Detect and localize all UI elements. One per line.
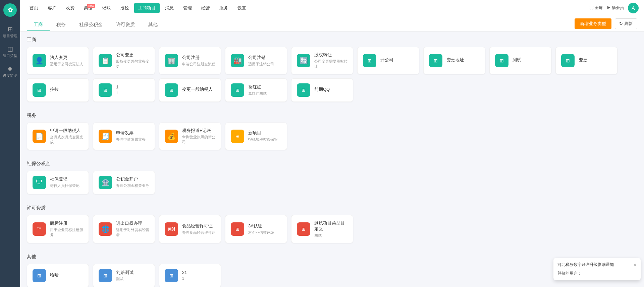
card-ge-hong[interactable]: ⊞ 葛红红 葛红红测试 xyxy=(225,78,287,102)
card-desc: 办理申请发票业务 xyxy=(116,137,146,142)
card-change[interactable]: ⊞ 变更 xyxy=(555,47,618,74)
import-export-icon: 🌐 xyxy=(99,222,112,236)
nav-management[interactable]: 管理 xyxy=(179,3,196,13)
card-title: 3A认证 xyxy=(248,223,274,229)
card-change-taxpayer[interactable]: ⊞ 变更一般纳税人 xyxy=(159,78,221,102)
num21-icon: ⊞ xyxy=(165,269,178,282)
card-trademark-reg[interactable]: ™ 商标注册 用于企业商标注册服务 xyxy=(27,215,89,243)
nav-settings[interactable]: 设置 xyxy=(233,3,250,13)
card-desc: 1 xyxy=(182,276,187,281)
tab-tax[interactable]: 税务 xyxy=(50,18,72,31)
card-early-qq[interactable]: ⊞ 前期QQ xyxy=(291,78,353,102)
other-section-title: 其他 xyxy=(27,254,637,260)
card-title: 变更 xyxy=(579,57,587,63)
card-desc: 报税加税控盘保管 xyxy=(248,137,278,142)
open-company-icon: ⊞ xyxy=(363,54,376,67)
card-haha[interactable]: ⊞ 哈哈 xyxy=(27,264,89,287)
other-cards-grid: ⊞ 哈哈 ⊞ 刘赔测试 测试 ⊞ xyxy=(27,264,637,287)
test-icon: ⊞ xyxy=(495,54,508,67)
industrial-cards-grid: 👤 法人变更 适用于公司变更法人 📋 公司变更 股权变更外的业务变更 xyxy=(27,47,637,102)
notification-body: 尊敬的用户： xyxy=(557,270,637,276)
company-register-icon: 🏢 xyxy=(165,54,178,67)
industrial-section-title: 工商 xyxy=(27,37,637,43)
nav-home[interactable]: 首页 xyxy=(25,3,42,13)
card-fund-account[interactable]: 🏦 公积金开户 办理公积金相关业务 xyxy=(93,171,155,194)
nav-accounting[interactable]: 记账 xyxy=(98,3,115,13)
progress-monitor-icon: ◈ xyxy=(8,65,12,72)
card-title: 测试 xyxy=(513,57,521,63)
card-test[interactable]: ⊞ 测试 xyxy=(489,47,551,74)
card-company-cancel[interactable]: 🏭 公司注销 适用于注销公司 xyxy=(225,47,287,74)
card-num21[interactable]: ⊞ 21 1 xyxy=(159,264,221,287)
card-title: 前期QQ xyxy=(314,86,330,92)
vip-button[interactable]: ▶ 畅会员 xyxy=(607,5,624,11)
card-food-license[interactable]: 🍽 食品经营许可证 办理食品经营许可证 xyxy=(159,215,221,243)
add-business-type-button[interactable]: 新增业务类型 xyxy=(575,18,611,29)
card-title: 进出口权办理 xyxy=(116,220,149,226)
sidebar-item-label: 项目管理 xyxy=(3,33,17,39)
nav-clients[interactable]: 客户 xyxy=(44,3,60,13)
new-badge: new xyxy=(87,4,95,8)
card-apply-invoice[interactable]: 🧾 申请发票 办理申请发票业务 xyxy=(93,123,155,150)
tab-other[interactable]: 其他 xyxy=(142,18,164,31)
avatar[interactable]: A xyxy=(628,3,639,13)
card-test-type[interactable]: ⊞ 测试项目类型目定义 测试 xyxy=(291,215,353,243)
fullscreen-button[interactable]: ⛶ 全屏 xyxy=(589,5,602,11)
new-project-icon: ⊞ xyxy=(231,130,244,143)
card-equity-transfer[interactable]: 🔄 股权转让 公司变更需要股权转让 xyxy=(291,47,353,74)
nav-operations[interactable]: 经营 xyxy=(197,3,214,13)
card-import-export[interactable]: 🌐 进出口权办理 适用于对外贸易经营者 xyxy=(93,215,155,243)
tab-social[interactable]: 社保公积金 xyxy=(72,18,109,31)
card-apply-taxpayer[interactable]: 📄 申请一般纳税人 当月或次月成变更完成 xyxy=(27,123,89,150)
company-cancel-icon: 🏭 xyxy=(231,54,244,67)
card-open-company[interactable]: ⊞ 开公司 xyxy=(357,47,419,74)
tax-section-title: 税务 xyxy=(27,113,637,119)
social-register-icon: 🛡 xyxy=(33,176,46,189)
sidebar-item-project-type[interactable]: ◫ 项目类型 xyxy=(0,42,20,62)
card-desc: 测试 xyxy=(116,277,133,282)
card-title: 测试项目类型目定义 xyxy=(314,220,347,232)
license-section: 许可资质 ™ 商标注册 用于企业商标注册服务 🌐 进出口权办理 适用于对 xyxy=(20,200,644,248)
card-lala[interactable]: ⊞ 拉拉 xyxy=(27,78,89,102)
apply-invoice-icon: 🧾 xyxy=(99,130,112,143)
card-title: 拉拉 xyxy=(50,86,59,92)
main-area: 首页 客户 收费 票据 new 记账 报税 工商项目 消息 管理 经营 服务 设… xyxy=(20,0,644,287)
sidebar-item-label: 项目类型 xyxy=(3,53,17,58)
tab-actions: 新增业务类型 ↻ 刷新 xyxy=(575,18,637,29)
card-title: 变更地址 xyxy=(446,57,464,63)
refresh-button[interactable]: ↻ 刷新 xyxy=(615,18,637,29)
nav-tickets[interactable]: 票据 new xyxy=(80,3,97,13)
card-title: 法人变更 xyxy=(50,55,83,61)
tab-license[interactable]: 许可资质 xyxy=(109,18,142,31)
nav-billing[interactable]: 收费 xyxy=(62,3,78,13)
card-legal-change[interactable]: 👤 法人变更 适用于公司变更法人 xyxy=(27,47,89,74)
sidebar-item-project-mgmt[interactable]: ⊞ 项目管理 xyxy=(0,22,20,42)
card-liu-pei[interactable]: ⊞ 刘赔测试 测试 xyxy=(93,264,155,287)
nav-messages[interactable]: 消息 xyxy=(161,3,178,13)
card-social-register[interactable]: 🛡 社保登记 进行人员社保登记 xyxy=(27,171,89,194)
card-num1[interactable]: ⊞ 1 1 xyxy=(93,78,155,102)
card-company-change[interactable]: 📋 公司变更 股权变更外的业务变更 xyxy=(93,47,155,74)
card-change-address[interactable]: ⊞ 变更地址 xyxy=(423,47,485,74)
nav-services[interactable]: 服务 xyxy=(215,3,232,13)
card-title: 公积金开户 xyxy=(116,176,149,182)
card-desc: 用于企业商标注册服务 xyxy=(50,227,83,238)
sidebar-item-progress-monitor[interactable]: ◈ 进度监测 xyxy=(0,62,20,81)
notification-close-button[interactable]: ✕ xyxy=(633,263,637,267)
legal-change-icon: 👤 xyxy=(33,54,46,67)
industrial-section: 工商 👤 法人变更 适用于公司变更法人 📋 公司变更 股权变更外的业务 xyxy=(20,31,644,107)
nav-industrial[interactable]: 工商项目 xyxy=(134,3,160,13)
card-tax-report[interactable]: 💰 税务报道+记账 拿到营业执照的新公司 xyxy=(159,123,221,150)
project-type-icon: ◫ xyxy=(7,45,13,53)
fullscreen-icon: ⛶ xyxy=(589,5,593,10)
card-title: 新项目 xyxy=(248,130,278,136)
tab-industrial[interactable]: 工商 xyxy=(27,18,50,31)
card-new-project[interactable]: ⊞ 新项目 报税加税控盘保管 xyxy=(225,123,287,150)
nav-tax[interactable]: 报税 xyxy=(116,3,133,13)
card-desc: 办理公积金相关业务 xyxy=(116,183,149,188)
trademark-reg-icon: ™ xyxy=(33,222,46,236)
card-3a-cert[interactable]: ⊞ 3A认证 对企业信誉评级 xyxy=(225,215,287,243)
card-company-register[interactable]: 🏢 公司注册 申请公司注册全流程 xyxy=(159,47,221,74)
food-license-icon: 🍽 xyxy=(165,222,178,236)
card-title: 公司注销 xyxy=(248,55,274,61)
